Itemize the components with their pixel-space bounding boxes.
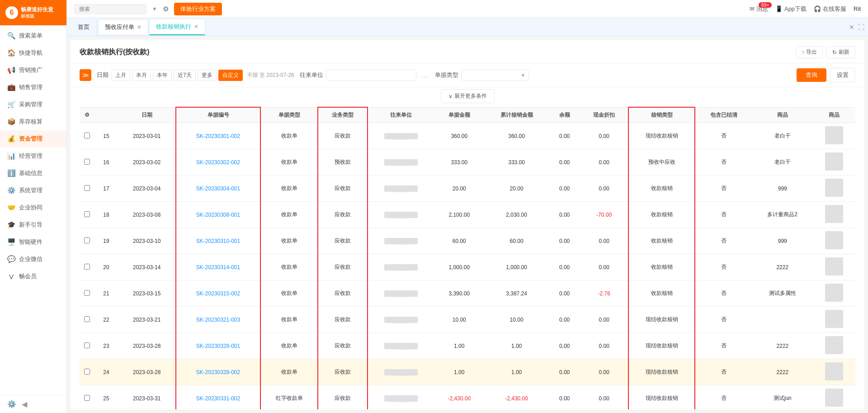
cell-amount: 20.00: [434, 176, 484, 202]
tab-home[interactable]: 首页: [71, 19, 97, 35]
topbar-dropdown-arrow[interactable]: ▼: [152, 6, 157, 12]
sidebar-item-operations[interactable]: 📊 经营管理: [0, 147, 66, 165]
sidebar-item-wechat[interactable]: 💬 企业微信: [0, 251, 66, 268]
cell-biz-type: 应收款: [318, 176, 367, 202]
sidebar-item-basics[interactable]: ℹ️ 基础信息: [0, 165, 66, 182]
sidebar-item-sales[interactable]: 💼 销售管理: [0, 79, 66, 96]
table-row: 19 2023-03-10 SK-20230310-001 收款单 应收款 ██…: [80, 228, 855, 254]
tab-collection[interactable]: 收款核销执行 ✕: [149, 19, 205, 35]
voucher-type-select-wrap: [461, 70, 529, 81]
voucher-no-link[interactable]: SK-20230308-001: [196, 212, 240, 218]
query-button[interactable]: 查询: [797, 68, 826, 82]
filter-toggle-btn[interactable]: ≫: [80, 69, 91, 81]
voucher-no-link[interactable]: SK-20230331-002: [196, 395, 240, 402]
sidebar-item-finance[interactable]: 💰 资金管理: [0, 130, 66, 147]
cell-include-settled: 否: [695, 228, 752, 254]
last-7-days-btn[interactable]: 近7天: [174, 70, 196, 81]
voucher-no-link[interactable]: SK-20230314-001: [196, 264, 240, 271]
sidebar-item-label: 快捷导航: [19, 49, 42, 57]
tab-close-all-icon[interactable]: ✕: [849, 24, 854, 31]
sidebar-item-search[interactable]: 🔍 搜索菜单: [0, 27, 66, 44]
solution-button[interactable]: 体验行业方案: [174, 3, 222, 15]
settings-button[interactable]: 设置: [830, 68, 855, 82]
cell-checkbox[interactable]: [80, 280, 94, 307]
this-month-btn[interactable]: 本月: [132, 70, 151, 81]
cell-voucher-no: SK-20230315-002: [176, 280, 260, 307]
voucher-type-label: 单据类型: [435, 71, 458, 79]
voucher-no-link[interactable]: SK-20230310-001: [196, 238, 240, 244]
sidebar-item-inventory[interactable]: 📦 库存核算: [0, 113, 66, 130]
row-checkbox[interactable]: [84, 211, 90, 217]
voucher-no-link[interactable]: SK-20230301-002: [196, 133, 240, 139]
sidebar-item-quicknav[interactable]: 🏠 快捷导航: [0, 44, 66, 62]
row-checkbox[interactable]: [84, 342, 90, 348]
cell-checkbox[interactable]: [80, 228, 94, 254]
voucher-type-select[interactable]: [461, 70, 529, 81]
row-checkbox[interactable]: [84, 395, 90, 401]
voucher-no-link[interactable]: SK-20230302-002: [196, 159, 240, 166]
custom-date-btn[interactable]: 自定义: [218, 70, 243, 81]
sidebar-item-newbie[interactable]: 🎓 新手引导: [0, 216, 66, 233]
cart-icon: 🛒: [7, 100, 15, 109]
more-dates-btn[interactable]: 更多: [198, 70, 217, 81]
collapse-icon[interactable]: ◀: [22, 400, 27, 408]
sidebar-item-system[interactable]: ⚙️ 系统管理: [0, 182, 66, 199]
col-voucher-type-header: 单据类型: [260, 107, 318, 123]
voucher-no-link[interactable]: SK-20230328-002: [196, 369, 240, 375]
last-month-btn[interactable]: 上月: [111, 70, 130, 81]
row-checkbox[interactable]: [84, 159, 90, 165]
tab-maximize-icon[interactable]: ⛶: [858, 24, 864, 31]
tab-prepay-close[interactable]: ✕: [137, 24, 142, 30]
sidebar-item-hardware[interactable]: 🖥️ 智能硬件: [0, 233, 66, 251]
row-checkbox[interactable]: [84, 237, 90, 243]
sidebar-item-enterprise[interactable]: 🤝 企业协同: [0, 199, 66, 216]
cell-voucher-no: SK-20230308-001: [176, 202, 260, 228]
cell-goods: 测试多属性: [752, 280, 813, 307]
online-service-link[interactable]: 🎧 在线客服: [814, 5, 846, 13]
cell-voucher-type: 收款单: [260, 359, 318, 385]
row-checkbox[interactable]: [84, 185, 90, 191]
topbar-search-input[interactable]: [74, 4, 146, 14]
expand-conditions-btn[interactable]: ∨ 展开更多条件: [441, 89, 495, 103]
tab-prepay[interactable]: 预收应付单 ✕: [98, 19, 148, 35]
export-button[interactable]: ↑ 导出: [796, 46, 823, 58]
cell-checkbox[interactable]: [80, 202, 94, 228]
cell-checkbox[interactable]: [80, 123, 94, 149]
sidebar-item-marketing[interactable]: 📢 营销推广: [0, 62, 66, 79]
row-checkbox[interactable]: [84, 264, 90, 270]
cell-no: 25: [94, 385, 118, 410]
sidebar-item-member[interactable]: V 畅会员: [0, 268, 66, 285]
cell-checkbox[interactable]: [80, 149, 94, 176]
topbar-gear-icon[interactable]: ⚙: [163, 5, 169, 13]
partner-input[interactable]: [326, 70, 416, 81]
voucher-no-link[interactable]: SK-20230304-001: [196, 185, 240, 192]
cell-checkbox[interactable]: [80, 385, 94, 410]
refresh-button[interactable]: ↻ 刷新: [826, 46, 855, 58]
megaphone-icon: 📢: [7, 66, 15, 74]
voucher-no-link[interactable]: SK-20230328-001: [196, 343, 240, 349]
row-checkbox[interactable]: [84, 133, 90, 138]
col-setting-header[interactable]: ⚙: [80, 107, 94, 123]
row-checkbox[interactable]: [84, 316, 90, 322]
settings-icon[interactable]: ⚙️: [7, 400, 16, 408]
cell-checkbox[interactable]: [80, 307, 94, 333]
cell-goods2: [813, 202, 855, 228]
messages-badge[interactable]: ✉ 消息 99+: [750, 5, 768, 13]
cell-cumulative: 1,000.00: [484, 254, 549, 280]
voucher-no-link[interactable]: SK-20230315-002: [196, 290, 240, 297]
voucher-no-link[interactable]: SK-20230321-003: [196, 317, 240, 323]
cell-voucher-no: SK-20230328-001: [176, 333, 260, 359]
sidebar-item-label: 智能硬件: [19, 238, 42, 246]
user-name: Rit: [854, 5, 861, 12]
cell-balance: 0.00: [549, 149, 580, 176]
tab-collection-close[interactable]: ✕: [194, 24, 198, 30]
cell-checkbox[interactable]: [80, 359, 94, 385]
this-year-btn[interactable]: 本年: [153, 70, 172, 81]
row-checkbox[interactable]: [84, 290, 90, 296]
cell-checkbox[interactable]: [80, 176, 94, 202]
cell-checkbox[interactable]: [80, 333, 94, 359]
sidebar-item-purchase[interactable]: 🛒 采购管理: [0, 96, 66, 113]
app-download-link[interactable]: 📱 App下载: [775, 5, 807, 13]
cell-checkbox[interactable]: [80, 254, 94, 280]
row-checkbox[interactable]: [84, 369, 90, 375]
